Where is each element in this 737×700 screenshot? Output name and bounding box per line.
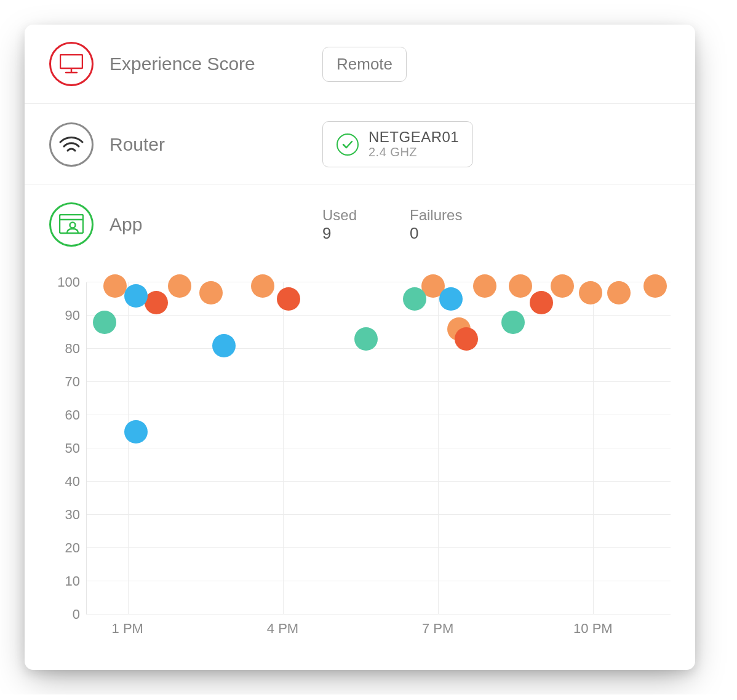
- gridline-h: [87, 381, 671, 382]
- y-tick-label: 50: [49, 440, 80, 456]
- dashboard-card: Experience Score Remote Router NETGEAR01…: [25, 25, 695, 670]
- data-point[interactable]: [501, 311, 525, 334]
- stat-used: Used 9: [322, 207, 357, 243]
- plot-area: [86, 282, 671, 614]
- gridline-v: [283, 282, 284, 614]
- check-icon: [337, 133, 359, 156]
- row-router[interactable]: Router NETGEAR01 2.4 GHZ: [25, 104, 695, 185]
- y-tick-label: 90: [49, 308, 80, 324]
- y-tick-label: 20: [49, 540, 80, 556]
- y-tick-label: 10: [49, 573, 80, 589]
- router-label: Router: [110, 134, 306, 155]
- stat-failures: Failures 0: [410, 207, 462, 243]
- y-tick-label: 100: [49, 274, 80, 290]
- row-app[interactable]: App Used 9 Failures 0: [25, 185, 695, 264]
- failures-label: Failures: [410, 207, 462, 224]
- data-point[interactable]: [124, 420, 148, 443]
- data-point[interactable]: [530, 291, 553, 314]
- data-point[interactable]: [168, 274, 191, 298]
- svg-point-5: [70, 223, 76, 228]
- y-tick-label: 70: [49, 374, 80, 390]
- monitor-icon: [49, 42, 94, 86]
- data-point[interactable]: [199, 281, 223, 304]
- data-point[interactable]: [354, 327, 378, 351]
- y-tick-label: 30: [49, 507, 80, 523]
- gridline-h: [87, 514, 671, 515]
- used-value: 9: [322, 224, 357, 243]
- data-point[interactable]: [607, 281, 631, 304]
- x-tick-label: 4 PM: [267, 621, 298, 637]
- router-device-band: 2.4 GHZ: [368, 145, 459, 159]
- data-point[interactable]: [277, 287, 300, 311]
- gridline-v: [438, 282, 439, 614]
- gridline-h: [87, 415, 671, 415]
- data-point[interactable]: [509, 274, 532, 298]
- data-point[interactable]: [103, 274, 127, 298]
- app-icon: [49, 202, 94, 247]
- gridline-v: [593, 282, 594, 614]
- gridline-h: [87, 315, 671, 316]
- wifi-icon: [49, 122, 94, 167]
- y-tick-label: 80: [49, 341, 80, 357]
- data-point[interactable]: [145, 291, 168, 314]
- data-point[interactable]: [212, 334, 236, 357]
- data-point[interactable]: [643, 274, 667, 298]
- failures-value: 0: [410, 224, 462, 243]
- gridline-h: [87, 581, 671, 581]
- y-tick-label: 60: [49, 407, 80, 423]
- data-point[interactable]: [403, 287, 426, 311]
- data-point[interactable]: [473, 274, 496, 298]
- y-tick-label: 0: [49, 607, 80, 622]
- experience-label: Experience Score: [110, 54, 306, 74]
- data-point[interactable]: [93, 311, 116, 334]
- x-axis: 1 PM4 PM7 PM10 PM: [86, 614, 671, 639]
- gridline-h: [87, 481, 671, 482]
- data-point[interactable]: [251, 274, 274, 298]
- row-experience[interactable]: Experience Score Remote: [25, 25, 695, 104]
- remote-pill[interactable]: Remote: [322, 47, 407, 82]
- svg-rect-3: [60, 215, 83, 233]
- router-device-name: NETGEAR01: [368, 129, 459, 145]
- data-point[interactable]: [579, 281, 602, 304]
- x-tick-label: 7 PM: [422, 621, 453, 637]
- app-label: App: [110, 214, 306, 235]
- used-label: Used: [322, 207, 357, 224]
- gridline-h: [87, 348, 671, 349]
- gridline-h: [87, 448, 671, 448]
- x-tick-label: 1 PM: [112, 621, 143, 637]
- router-device-pill[interactable]: NETGEAR01 2.4 GHZ: [322, 121, 473, 167]
- data-point[interactable]: [124, 284, 148, 308]
- data-point[interactable]: [551, 274, 574, 298]
- data-point[interactable]: [439, 287, 463, 311]
- y-axis: 0102030405060708090100: [49, 282, 86, 614]
- gridline-h: [87, 547, 671, 548]
- x-tick-label: 10 PM: [573, 621, 613, 637]
- svg-rect-0: [60, 55, 82, 68]
- gridline-v: [128, 282, 129, 614]
- y-tick-label: 40: [49, 474, 80, 490]
- scatter-chart: 0102030405060708090100 1 PM4 PM7 PM10 PM: [25, 264, 695, 670]
- data-point[interactable]: [455, 327, 478, 351]
